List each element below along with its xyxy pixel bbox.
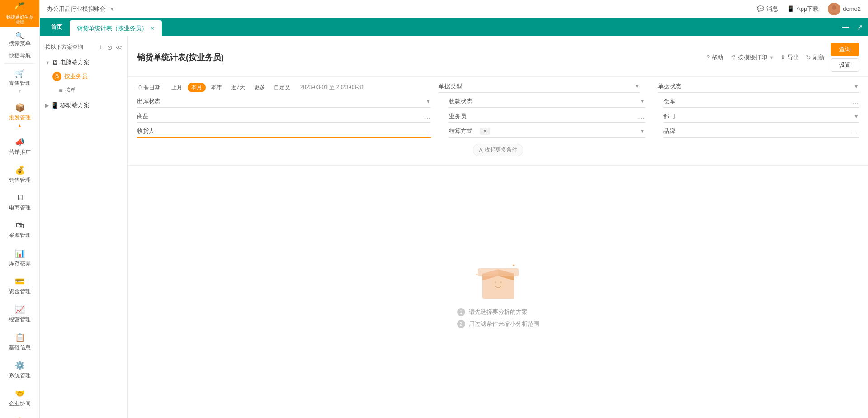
salesperson-label: 业务员	[449, 112, 476, 120]
sidebar-item-system[interactable]: ⚙️ 系统管理	[0, 356, 39, 384]
tab-maximize-btn[interactable]: ⤢	[855, 21, 864, 33]
sidebar-item-marketing[interactable]: 📣 营销推广	[0, 133, 39, 161]
sidebar-item-ecommerce[interactable]: 🖥 电商管理	[0, 189, 39, 216]
scheme-settings-icon[interactable]: ⊙	[107, 44, 113, 51]
sidebar-item-finance[interactable]: 💳 资金管理	[0, 272, 39, 300]
sidebar-item-newbie[interactable]: 🌟 新手引导	[0, 412, 39, 418]
scheme-item-by-salesperson[interactable]: 员 按业务员	[40, 69, 127, 84]
sidebar-item-sales[interactable]: 💰 销售管理	[0, 161, 39, 189]
quick-nav-btn[interactable]: 快捷导航	[4, 50, 36, 64]
search-menu-btn[interactable]: 🔍 搜索菜单	[9, 27, 31, 50]
scheme-group-mobile-icon: 📱	[51, 102, 58, 109]
filter-receiver: 收货人 …	[137, 127, 431, 138]
logo-sub: 标版	[16, 20, 24, 25]
collapse-btn[interactable]: ⋀ 收起更多条件	[473, 144, 523, 156]
filter-dept: 部门 ▼	[663, 112, 859, 123]
refresh-icon: ↻	[806, 54, 811, 61]
sidebar-item-retail[interactable]: 🛒 零售管理 ▼	[0, 64, 39, 98]
goods-dots-icon[interactable]: …	[424, 112, 431, 120]
date-opt-7days[interactable]: 近7天	[227, 83, 249, 92]
empty-svg: ✦ ✦	[471, 256, 525, 301]
system-icon: ⚙️	[15, 361, 25, 370]
filter-row-1: 单据日期 上月 本月 本年 近7天 更多 自定义 2023-03-01 至 20…	[137, 82, 859, 93]
help-icon: ?	[706, 54, 710, 61]
scheme-item-by-order[interactable]: ≡ 按单	[40, 84, 127, 97]
svg-point-8	[491, 277, 505, 290]
filter-row-3: 商品 … 业务员 … 部门 ▼	[137, 112, 859, 123]
brand-label: 品牌	[663, 127, 690, 135]
receiver-dots-icon[interactable]: …	[424, 127, 431, 135]
settings-button[interactable]: 设置	[831, 58, 859, 72]
date-opt-this-year[interactable]: 本年	[208, 83, 226, 92]
status-label: 单据状态	[658, 82, 685, 90]
status-dropdown-icon[interactable]: ▼	[854, 83, 859, 90]
tab-sales-stat[interactable]: 销货单统计表（按业务员） ✕	[70, 20, 162, 36]
warehouse-dots-icon[interactable]: …	[852, 97, 859, 105]
type-dropdown-icon[interactable]: ▼	[634, 83, 640, 90]
retail-arrow: ▼	[18, 89, 22, 94]
date-opt-custom[interactable]: 自定义	[270, 83, 294, 92]
scheme-group-pc: ▼ 🖥 电脑端方案 员 按业务员 ≡ 按单	[40, 56, 127, 97]
avatar	[828, 3, 840, 15]
svg-rect-5	[478, 268, 519, 276]
scheme-add-icon[interactable]: ＋	[97, 43, 104, 52]
tip-num-1: 1	[457, 308, 465, 316]
dept-dropdown-icon[interactable]: ▼	[854, 113, 859, 119]
brand-dots-icon[interactable]: …	[852, 127, 859, 135]
tab-minimize-btn[interactable]: —	[840, 21, 851, 33]
collect-status-dropdown-icon[interactable]: ▼	[640, 98, 645, 104]
collapse-row: ⋀ 收起更多条件	[137, 142, 859, 160]
stock-icon: 📊	[15, 248, 25, 258]
filter-warehouse: 仓库 …	[663, 97, 859, 108]
messages-btn[interactable]: 💬 消息	[757, 5, 778, 13]
wholesale-icon: 📦	[15, 103, 25, 113]
sidebar-item-purchase[interactable]: 🛍 采购管理	[0, 216, 39, 244]
industry-selector[interactable]: 办公用品行业模拟账套 ▼	[47, 5, 115, 13]
help-btn[interactable]: ? 帮助	[706, 53, 723, 62]
sidebar-item-operations[interactable]: 📈 经营管理	[0, 300, 39, 328]
sidebar-item-stock[interactable]: 📊 库存核算	[0, 244, 39, 272]
query-button[interactable]: 查询	[831, 43, 859, 56]
scheme-group-pc-icon: 🖥	[52, 59, 58, 66]
app-download-btn[interactable]: 📱 App下载	[787, 5, 819, 13]
refresh-btn[interactable]: ↻ 刷新	[806, 53, 825, 62]
scheme-group-mobile-header[interactable]: ▶ 📱 移动端方案	[40, 99, 127, 112]
user-profile[interactable]: demo2	[828, 3, 861, 15]
scheme-group-pc-header[interactable]: ▼ 🖥 电脑端方案	[40, 56, 127, 69]
date-opt-more[interactable]: 更多	[250, 83, 269, 92]
goods-label: 商品	[137, 112, 164, 120]
warehouse-label: 仓库	[663, 97, 690, 105]
receiver-label: 收货人	[137, 127, 164, 135]
marketing-icon: 📣	[15, 137, 25, 147]
sidebar: 🍊 畅捷通好生意 标版 🔍 搜索菜单 快捷导航 🛒 零售管理 ▼ 📦 批发管理 …	[0, 0, 40, 418]
scheme-group-mobile-arrow: ▶	[45, 103, 49, 109]
settlement-dropdown-icon[interactable]: ▼	[640, 128, 645, 134]
collect-status-label: 收款状态	[449, 97, 476, 105]
out-status-dropdown-icon[interactable]: ▼	[425, 98, 431, 104]
scheme-query-label: 按以下方案查询	[45, 43, 83, 51]
tab-close-icon[interactable]: ✕	[150, 25, 155, 32]
logo-text: 畅捷通好生意	[6, 14, 33, 20]
sidebar-item-basic[interactable]: 📋 基础信息	[0, 328, 39, 356]
sidebar-item-collab[interactable]: 🤝 企业协同	[0, 384, 39, 412]
collapse-icon: ⋀	[479, 147, 483, 153]
filter-goods: 商品 …	[137, 112, 431, 123]
scheme-collapse-icon[interactable]: ≪	[115, 44, 122, 51]
page-title-bar: 销货单统计表(按业务员) ? 帮助 🖨 按模板打印 ▼ ⬇ 导出	[128, 36, 868, 77]
avatar-image	[828, 3, 840, 15]
filter-type: 单据类型 ▼	[439, 82, 640, 93]
tab-home[interactable]: 首页	[43, 18, 70, 36]
template-print-btn[interactable]: 🖨 按模板打印 ▼	[730, 53, 774, 62]
date-opt-this-month[interactable]: 本月	[188, 83, 206, 92]
export-btn[interactable]: ⬇ 导出	[780, 53, 799, 62]
logo-icon: 🍊	[14, 2, 26, 15]
scheme-group-pc-arrow: ▼	[45, 60, 50, 65]
svg-point-1	[832, 5, 836, 10]
settlement-tag-close[interactable]: ×	[483, 128, 486, 134]
filter-brand: 品牌 …	[663, 127, 859, 138]
salesperson-dots-icon[interactable]: …	[638, 112, 645, 120]
sidebar-item-wholesale[interactable]: 📦 批发管理 ▲	[0, 98, 39, 133]
date-opt-last-month[interactable]: 上月	[168, 83, 186, 92]
message-icon: 💬	[757, 5, 764, 12]
date-label: 单据日期	[137, 84, 164, 92]
